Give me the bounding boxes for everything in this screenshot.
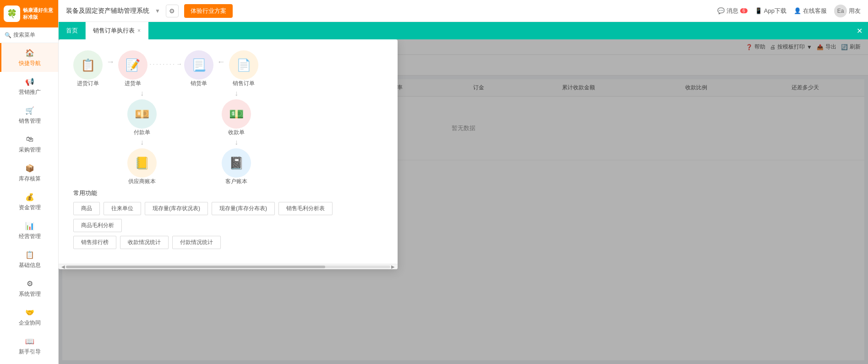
supplier-label: 供应商账本 [128,178,156,185]
func-button[interactable]: 现存量(库存分布表) [212,202,275,215]
func-button[interactable]: 往来单位 [104,202,141,215]
tabbar: 首页销售订单执行表× ✕ [59,22,868,39]
flow-node-receipt: 💵 收款单 [222,99,251,136]
flow-node-supplier: 📒 供应商账本 [127,148,157,185]
sidebar-item-sales[interactable]: 🛒 销售管理 [0,101,58,130]
sidebar-item-marketing[interactable]: 📢 营销推广 [0,72,58,101]
service-button[interactable]: 👤 在线客服 [794,7,827,15]
sidebar-item-collab[interactable]: 🤝 企业协同 [0,303,58,331]
sidebar-item-newbie[interactable]: 📖 新手引导 [0,331,58,360]
sidebar-item-label: 资金管理 [19,204,41,212]
down-arrow-payment: ↓ [127,138,157,147]
topbar-right: 💬 消息 6 📱 App下载 👤 在线客服 Ea 用友 [717,5,861,17]
sidebar-item-label: 新手引导 [19,348,41,356]
sidebar-item-operation[interactable]: 📊 经营管理 [0,216,58,245]
tab-home[interactable]: 首页 [59,22,86,39]
settings-button[interactable]: ⚙ [166,5,179,17]
newbie-icon: 📖 [25,336,35,346]
arrow-1: → [103,57,118,67]
sidebar-item-quick-nav[interactable]: 🏠 快捷导航 [0,43,58,72]
down-arrow-receipt: ↓ [222,138,251,147]
trial-button[interactable]: 体验行业方案 [184,4,233,18]
func-button[interactable]: 商品毛利分析 [73,219,122,232]
topbar-dropdown-icon[interactable]: ▼ [155,8,160,14]
customer-label: 客户账本 [225,178,247,185]
app-download-button[interactable]: 📱 App下载 [755,7,786,15]
sidebar-item-label: 库存核算 [19,175,41,183]
receipt-icon: 💵 [222,99,251,129]
sales-order-icon: 📄 [229,50,258,80]
sidebar-item-basic[interactable]: 📋 基础信息 [0,245,58,274]
sidebar-item-finance[interactable]: 💰 资金管理 [0,187,58,216]
logo-icon: 🍀 [4,5,20,22]
sales-bill-icon: 📃 [184,50,213,80]
collab-icon: 🤝 [25,307,35,317]
sales-bill-label: 销货单 [191,80,207,87]
system-icon: ⚙ [25,278,35,288]
supplier-icon: 📒 [127,148,157,178]
func-button[interactable]: 销售排行榜 [73,236,116,249]
payment-label: 付款单 [134,129,150,136]
purchase-order-icon: 📋 [73,50,103,80]
operation-icon: 📊 [25,221,35,231]
finance-icon: 💰 [25,192,35,202]
func-button[interactable]: 收款情况统计 [120,236,169,249]
sidebar-logo: 🍀 畅康通好生意 标准版 [0,0,58,27]
sales-icon: 🛒 [25,105,35,115]
sidebar-item-label: 基础信息 [19,261,41,269]
content-area: ❓ 帮助 🖨 按模板打印 ▼ 📤 导出 🔄 刷新 [59,39,868,364]
sidebar: 🍀 畅康通好生意 标准版 🔍 搜索菜单 🏠 快捷导航 📢 营销推广 🛒 销售管理… [0,0,59,364]
purchase-bill-label: 进货单 [125,80,141,87]
customer-icon: 📓 [222,148,251,178]
overlay[interactable]: 📋 进货订单 → 📝 进货单 · · · · · · · · → [59,39,868,364]
func-button[interactable]: 现存量(库存状况表) [145,202,208,215]
flow-diagram: 📋 进货订单 → 📝 进货单 · · · · · · · · → [73,50,383,185]
func-button[interactable]: 销售毛利分析表 [278,202,333,215]
topbar: 装备及固定资产辅助管理系统 ▼ ⚙ 体验行业方案 💬 消息 6 📱 App下载 … [59,0,868,22]
tab-close-sales-order[interactable]: × [137,27,141,34]
purchase-icon: 🛍 [25,134,35,144]
tab-sales-order[interactable]: 销售订单执行表× [86,22,148,39]
purchase-bill-icon: 📝 [118,50,147,80]
sidebar-item-system[interactable]: ⚙ 系统管理 [0,274,58,303]
func-buttons-row1: 商品往来单位现存量(库存状况表)现存量(库存分布表)销售毛利分析表商品毛利分析 [73,202,383,232]
func-buttons-row2: 销售排行榜收款情况统计付款情况统计 [73,236,383,249]
common-func-title: 常用功能 [73,189,383,197]
scroll-right-arrow[interactable]: ▶ [390,264,396,269]
arrow-2: → [213,57,229,67]
user-menu[interactable]: Ea 用友 [834,5,861,17]
sidebar-item-inventory[interactable]: 📦 库存核算 [0,158,58,187]
topbar-title: 装备及固定资产辅助管理系统 [66,7,149,15]
tabbar-close-button[interactable]: ✕ [851,22,868,39]
message-badge: 6 [740,8,748,13]
scroll-left-arrow[interactable]: ◀ [60,264,66,269]
sidebar-item-label: 营销推广 [19,88,41,96]
purchase-order-label: 进货订单 [77,80,99,87]
main-area: 装备及固定资产辅助管理系统 ▼ ⚙ 体验行业方案 💬 消息 6 📱 App下载 … [59,0,868,364]
payment-icon: 💴 [127,99,157,129]
scrollbar-track[interactable] [66,266,390,268]
message-icon: 💬 [717,7,725,14]
service-icon: 👤 [794,7,801,14]
func-button[interactable]: 付款情况统计 [172,236,221,249]
flow-node-purchase-order: 📋 进货订单 [73,50,103,87]
common-functions: 常用功能 商品往来单位现存量(库存状况表)现存量(库存分布表)销售毛利分析表商品… [73,189,383,249]
flow-node-purchase-bill: 📝 进货单 [118,50,147,87]
tab-label: 销售订单执行表 [93,27,135,35]
popup: 📋 进货订单 → 📝 进货单 · · · · · · · · → [59,39,398,269]
sidebar-item-label: 快捷导航 [19,60,41,67]
sidebar-search[interactable]: 🔍 搜索菜单 [0,27,58,43]
basic-icon: 📋 [25,250,35,260]
sidebar-item-purchase[interactable]: 🛍 采购管理 [0,130,58,158]
sidebar-item-label: 销售管理 [19,117,41,125]
flow-node-sales-order: 📄 销售订单 [229,50,258,87]
down-arrow-purchase: ↓ [127,89,157,98]
sidebar-item-label: 企业协同 [19,319,41,327]
sidebar-item-label: 采购管理 [19,146,41,154]
scrollbar-thumb [66,266,325,268]
message-button[interactable]: 💬 消息 6 [717,7,748,15]
func-button[interactable]: 商品 [73,202,100,215]
down-arrow-sales: ↓ [222,89,251,98]
avatar: Ea [834,5,847,17]
tab-label: 首页 [66,27,78,35]
